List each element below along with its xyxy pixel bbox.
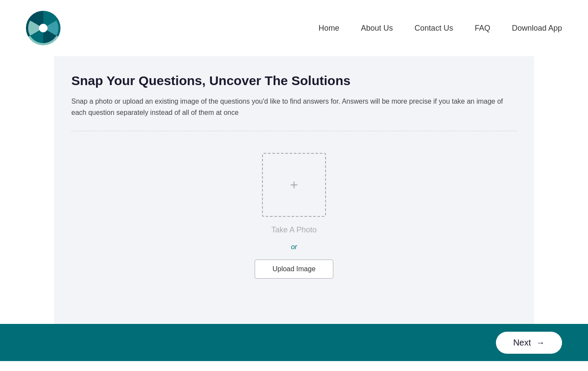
plus-icon: + xyxy=(290,178,298,192)
main-content: Snap Your Questions, Uncover The Solutio… xyxy=(54,56,534,324)
logo-inner-circle xyxy=(28,13,58,43)
nav-faq[interactable]: FAQ xyxy=(475,24,490,33)
nav-home[interactable]: Home xyxy=(319,24,339,33)
arrow-right-icon: → xyxy=(536,338,545,348)
next-button-label: Next xyxy=(513,338,531,348)
divider xyxy=(71,131,517,131)
nav-about-us[interactable]: About Us xyxy=(361,24,393,33)
logo-image xyxy=(26,11,61,45)
main-nav: Home About Us Contact Us FAQ Download Ap… xyxy=(319,24,562,33)
take-photo-label: Take A Photo xyxy=(271,225,316,235)
logo[interactable] xyxy=(26,11,61,45)
footer-bar: Next → xyxy=(0,324,588,361)
next-button[interactable]: Next → xyxy=(496,332,562,354)
photo-capture-box[interactable]: + xyxy=(262,153,326,217)
page-subtitle: Snap a photo or upload an existing image… xyxy=(71,96,517,118)
or-label: or xyxy=(291,243,297,251)
nav-download-app[interactable]: Download App xyxy=(512,24,562,33)
page-title: Snap Your Questions, Uncover The Solutio… xyxy=(71,73,517,88)
header: Home About Us Contact Us FAQ Download Ap… xyxy=(0,0,588,56)
nav-contact-us[interactable]: Contact Us xyxy=(415,24,453,33)
upload-image-button[interactable]: Upload Image xyxy=(255,260,333,279)
upload-section: + Take A Photo or Upload Image xyxy=(71,153,517,279)
